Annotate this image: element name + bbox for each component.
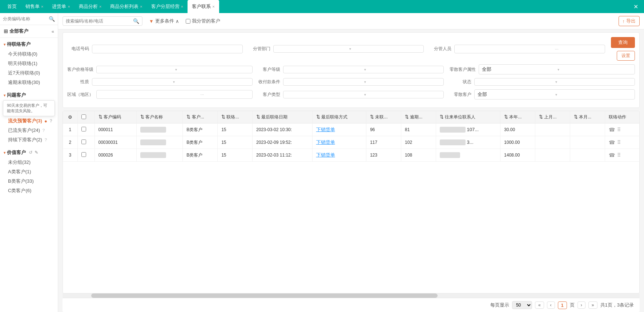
phone-icon-3[interactable]: ☎ (609, 152, 615, 158)
sidebar-item-declining[interactable]: 持续下滑客户(2) ？ (0, 135, 58, 145)
sidebar-item-c[interactable]: C类客户(6) (0, 186, 58, 195)
my-customers-check[interactable]: 我分管的客户 (186, 18, 220, 24)
sidebar-search-input[interactable] (3, 16, 47, 21)
method-link-3[interactable]: 下销货单 (316, 152, 335, 158)
filter-nature-select[interactable]: ▾ (92, 78, 253, 86)
tab-sales-close[interactable]: × (41, 4, 43, 9)
prev-page-btn[interactable]: ‹ (547, 301, 555, 309)
edit-icon[interactable]: ✎ (35, 150, 38, 155)
row-last-method-3[interactable]: 下销货单 (312, 149, 366, 162)
page-size-select[interactable]: 50 100 200 (512, 301, 532, 309)
row-last-method-1[interactable]: 下销货单 (312, 123, 366, 136)
col-uncontacted-header[interactable]: ⇅ 未联... (366, 111, 401, 123)
tab-product-list[interactable]: 商品分析列表 × (106, 0, 146, 13)
sidebar-group-problem-title[interactable]: ▾ 问题客户 (0, 90, 58, 100)
col-last-date-header[interactable]: ⇅ 最后联络日期 (253, 111, 313, 123)
sidebar-item-today[interactable]: 今天待联络(0) (0, 49, 58, 59)
sidebar-group-pending-title[interactable]: ▾ 待联络客户 (0, 39, 58, 49)
tab-product-list-close[interactable]: × (140, 4, 142, 9)
my-customers-checkbox[interactable] (186, 19, 190, 24)
export-btn[interactable]: ↑ 导出 (619, 16, 640, 26)
col-current-year-header[interactable]: ⇅ 本年... (500, 111, 535, 123)
tab-customer-tier-close[interactable]: × (181, 4, 183, 9)
sidebar-item-a[interactable]: A类客户(1) (0, 167, 58, 177)
last-page-btn[interactable]: » (588, 301, 597, 309)
tab-customer-contact[interactable]: 客户联系 × (188, 0, 219, 13)
filter-person-select[interactable]: ··· (454, 45, 605, 53)
filter-region-select[interactable]: ··· (96, 90, 253, 99)
filter-price-level-select[interactable]: ▾ (96, 66, 253, 73)
search-input[interactable] (66, 19, 131, 24)
filter-retail-attr-select[interactable]: 全部 ▾ (479, 64, 635, 74)
row-checkbox-1[interactable] (77, 123, 94, 136)
row-num-3: 3 (63, 149, 77, 162)
col-name-header[interactable]: ⇅ 客户名称 (136, 111, 182, 123)
horizontal-scrollbar[interactable] (63, 293, 640, 298)
close-all-tabs[interactable]: ✕ (631, 3, 641, 10)
sidebar-item-7days[interactable]: 近7天待联络(0) (0, 68, 58, 78)
phone-icon-2[interactable]: ☎ (609, 139, 615, 145)
data-table: ⚙ ⇅ 客户编码 ⇅ 客户名称 ⇅ 客户... (63, 111, 639, 162)
filter-level-select[interactable]: ▾ (283, 66, 444, 73)
sidebar-item-churned[interactable]: 已流失客户(24) ？ (0, 126, 58, 135)
search-icon[interactable]: 🔍 (133, 18, 139, 24)
row-checkbox-2[interactable] (77, 136, 94, 149)
tab-product-analysis-close[interactable]: × (99, 4, 101, 9)
query-btn[interactable]: 查询 (611, 37, 635, 48)
col-last-month-header[interactable]: ⇅ 上月... (535, 111, 570, 123)
tab-product-analysis[interactable]: 商品分析 × (75, 0, 106, 13)
sort-icon-2: ⇅ (140, 114, 144, 119)
col-contact-person-header[interactable]: ⇅ 往来单位联系人 (436, 111, 500, 123)
sidebar-item-overdue[interactable]: 逾期未联络(30) (0, 78, 58, 87)
more-action-icon-1[interactable]: ⠿ (617, 127, 621, 133)
sidebar-collapse-btn[interactable]: « (52, 29, 54, 34)
tab-customer-tier[interactable]: 客户分层经营 × (147, 0, 188, 13)
sort-icon-7: ⇅ (370, 114, 374, 119)
row-uncontacted-3: 123 (366, 149, 401, 162)
sidebar-item-churn-warning[interactable]: 流失预警客户(3) ● ？ (0, 116, 58, 126)
col-level-header[interactable]: ⇅ 客户... (183, 111, 218, 123)
scrollbar-thumb[interactable] (91, 293, 438, 298)
col-overdue-header[interactable]: ⇅ 逾期... (401, 111, 436, 123)
tab-purchase-close[interactable]: × (68, 4, 70, 9)
row-1-checkbox[interactable] (81, 127, 86, 131)
tab-customer-contact-close[interactable]: × (212, 4, 214, 9)
filter-more-btn[interactable]: ▼ 更多条件 ∧ (146, 16, 182, 26)
sidebar-item-tomorrow[interactable]: 明天待联络(1) (0, 59, 58, 68)
row-3-checkbox[interactable] (81, 152, 86, 157)
method-link-2[interactable]: 下销货单 (316, 139, 335, 145)
sidebar-item-ungroup[interactable]: 未分组(32) (0, 158, 58, 167)
tab-sales[interactable]: 销售单 × (21, 0, 48, 13)
tab-home[interactable]: 首页 (3, 0, 21, 13)
col-current-month-header[interactable]: ⇅ 本月... (570, 111, 605, 123)
filter-status-select[interactable]: ▾ (474, 78, 635, 86)
col-code-header[interactable]: ⇅ 客户编码 (94, 111, 136, 123)
filter-payment-select[interactable]: ▾ (283, 78, 444, 86)
filter-dept-select[interactable]: ▾ (273, 45, 424, 53)
table-settings-icon[interactable]: ⚙ (68, 114, 72, 120)
col-last-method-header[interactable]: ⇅ 最后联络方式 (312, 111, 366, 123)
sidebar-all-customers[interactable]: ⊞ 全部客户 « (0, 25, 58, 38)
row-last-method-2[interactable]: 下销货单 (312, 136, 366, 149)
more-action-icon-2[interactable]: ⠿ (617, 139, 621, 145)
7days-label: 近7天待联络(0) (8, 70, 40, 76)
refresh-icon[interactable]: ↺ (29, 150, 32, 155)
filter-retail-select[interactable]: 全部 ▾ (474, 89, 635, 100)
more-action-icon-3[interactable]: ⠿ (617, 152, 621, 158)
sidebar-group-value-title[interactable]: ▾ 价值客户 ↺ ✎ (0, 147, 58, 158)
filter-customer-type-select[interactable]: ▾ (283, 91, 444, 98)
col-contact-header[interactable]: ⇅ 联络... (218, 111, 253, 123)
row-actions-3: ☎ ⠿ (605, 149, 639, 162)
row-checkbox-3[interactable] (77, 149, 94, 162)
method-link-1[interactable]: 下销货单 (316, 127, 335, 132)
next-page-btn[interactable]: › (577, 301, 585, 309)
first-page-btn[interactable]: « (535, 301, 544, 309)
tab-purchase[interactable]: 进货单 × (48, 0, 74, 13)
setting-btn[interactable]: 设置 (617, 51, 635, 61)
col-checkbox-header[interactable] (77, 111, 94, 123)
row-2-checkbox[interactable] (81, 139, 86, 144)
select-all-checkbox[interactable] (81, 114, 86, 119)
sidebar-item-b[interactable]: B类客户(33) (0, 177, 58, 186)
filter-phone-input[interactable] (92, 45, 243, 53)
phone-icon-1[interactable]: ☎ (609, 127, 615, 133)
